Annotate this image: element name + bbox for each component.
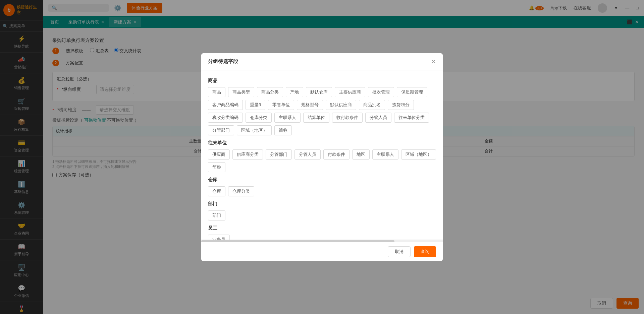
modal-body[interactable]: 商品商品商品类型商品分类产地默认仓库主要供应商批次管理保质期管理客户商品编码重量… (201, 70, 443, 240)
field-tag-2-1[interactable]: 仓库分类 (228, 186, 254, 196)
field-tag-0-9[interactable]: 重量3 (246, 100, 265, 110)
field-tag-0-8[interactable]: 客户商品编码 (208, 100, 243, 110)
scrollbar-thumb (201, 240, 394, 242)
modal-confirm-button[interactable]: 查询 (414, 246, 436, 257)
field-tag-0-20[interactable]: 分管人员 (365, 113, 391, 123)
field-tag-0-23[interactable]: 区域（地区） (237, 125, 272, 135)
section-title-4: 员工 (208, 225, 436, 231)
field-tag-0-3[interactable]: 产地 (286, 87, 303, 97)
modal-footer: 取消 查询 (201, 242, 443, 261)
modal-cancel-button[interactable]: 取消 (388, 246, 411, 257)
modal-dialog: 分组待选字段 ✕ 商品商品商品类型商品分类产地默认仓库主要供应商批次管理保质期管… (201, 53, 443, 261)
field-tag-1-1[interactable]: 供应商分类 (232, 149, 263, 160)
field-tag-0-4[interactable]: 默认仓库 (306, 87, 332, 97)
modal-title: 分组待选字段 (208, 58, 238, 65)
field-tag-0-0[interactable]: 商品 (208, 87, 225, 97)
horizontal-scrollbar[interactable] (201, 240, 443, 242)
field-tag-0-15[interactable]: 税收分类编码 (208, 113, 243, 123)
field-tag-0-18[interactable]: 结算单位 (303, 113, 329, 123)
field-tag-0-11[interactable]: 规格型号 (297, 100, 323, 110)
field-tag-1-5[interactable]: 地区 (352, 149, 370, 160)
field-tag-0-24[interactable]: 简称 (274, 125, 292, 135)
field-tag-0-14[interactable]: 拣货积分 (388, 100, 414, 110)
field-group-1: 供应商供应商分类分管部门分管人员付款条件地区主联系人区域（地区）简称 (208, 149, 436, 172)
field-tag-0-12[interactable]: 默认供应商 (326, 100, 356, 110)
field-tag-3-0[interactable]: 部门 (208, 210, 225, 221)
field-tag-0-6[interactable]: 批次管理 (368, 87, 394, 97)
field-tag-0-17[interactable]: 主联系人 (274, 113, 301, 123)
field-tag-0-10[interactable]: 零售单位 (268, 100, 294, 110)
field-group-2: 仓库仓库分类 (208, 186, 436, 196)
section-title-1: 往来单位 (208, 140, 436, 146)
field-tag-1-8[interactable]: 简称 (208, 162, 225, 172)
field-group-4: 业务员 (208, 235, 436, 240)
field-tag-0-13[interactable]: 商品别名 (359, 100, 385, 110)
field-tag-0-2[interactable]: 商品分类 (257, 87, 283, 97)
modal-header: 分组待选字段 ✕ (201, 53, 443, 70)
field-tag-0-5[interactable]: 主要供应商 (335, 87, 365, 97)
field-tag-1-7[interactable]: 区域（地区） (401, 149, 436, 160)
section-title-0: 商品 (208, 78, 436, 84)
section-title-3: 部门 (208, 201, 436, 207)
field-tag-0-19[interactable]: 收付款条件 (332, 113, 363, 123)
field-tag-2-0[interactable]: 仓库 (208, 186, 225, 196)
field-tag-0-1[interactable]: 商品类型 (228, 87, 254, 97)
modal-backdrop: 分组待选字段 ✕ 商品商品商品类型商品分类产地默认仓库主要供应商批次管理保质期管… (0, 0, 644, 314)
field-tag-1-4[interactable]: 付款条件 (323, 149, 350, 160)
field-tag-0-16[interactable]: 仓库分类 (246, 113, 272, 123)
modal-close-button[interactable]: ✕ (431, 58, 436, 65)
field-tag-0-21[interactable]: 往来单位分类 (394, 113, 429, 123)
field-tag-0-7[interactable]: 保质期管理 (397, 87, 427, 97)
field-tag-1-6[interactable]: 主联系人 (372, 149, 398, 160)
field-tag-1-2[interactable]: 分管部门 (266, 149, 292, 160)
field-tag-1-0[interactable]: 供应商 (208, 149, 230, 160)
field-group-0: 商品商品类型商品分类产地默认仓库主要供应商批次管理保质期管理客户商品编码重量3零… (208, 87, 436, 135)
section-title-2: 仓库 (208, 177, 436, 183)
field-tag-1-3[interactable]: 分管人员 (294, 149, 321, 160)
field-tag-0-22[interactable]: 分管部门 (208, 125, 234, 135)
field-tag-4-0[interactable]: 业务员 (208, 235, 230, 240)
field-group-3: 部门 (208, 210, 436, 221)
